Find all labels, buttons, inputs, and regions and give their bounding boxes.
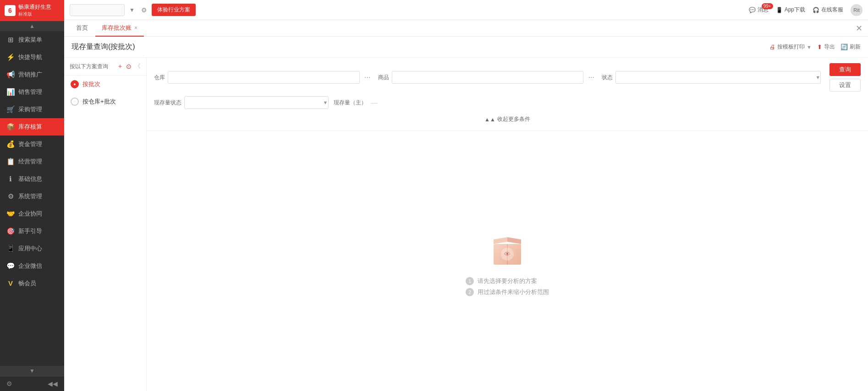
print-icon: 🖨: [769, 43, 775, 50]
sidebar-header: 6 畅康通好生意 标准版: [0, 0, 64, 21]
message-icon: 💬: [749, 7, 756, 13]
refresh-icon: 🔄: [841, 43, 848, 50]
main-content: ▼ ⚙ 体验行业方案 💬 消息 99+ 📱 App下载 🎧 在线客服 Rit: [64, 0, 868, 391]
query-button[interactable]: 查询: [830, 63, 861, 76]
sidebar-item-operations[interactable]: 📋 经营管理: [0, 153, 64, 170]
sidebar-item-appcenter[interactable]: 📱 应用中心: [0, 240, 64, 257]
experience-btn[interactable]: 体验行业方案: [152, 4, 196, 16]
sidebar-item-wechat[interactable]: 💬 企业微信: [0, 257, 64, 275]
wechat-icon: 💬: [6, 262, 15, 270]
empty-illustration: 👁: [484, 226, 530, 272]
avatar: Rit: [851, 4, 863, 16]
topbar-search-input[interactable]: [70, 4, 125, 16]
sidebar-item-marketing[interactable]: 📢 营销推广: [0, 66, 64, 83]
product-input[interactable]: [392, 71, 584, 84]
export-btn[interactable]: ⬆ 导出: [817, 43, 835, 51]
left-panel-actions: ＋ ⊙ 《: [117, 62, 141, 71]
settings-button[interactable]: 设置: [830, 79, 861, 92]
product-more-btn[interactable]: ···: [586, 72, 596, 82]
sidebar-item-search[interactable]: ⊞ 搜索菜单: [0, 31, 64, 49]
content-area: 按以下方案查询 ＋ ⊙ 《 ● 按批次 ○ 按仓库+批次: [64, 58, 868, 391]
plan-settings-icon[interactable]: ⊙: [126, 63, 132, 70]
tab-bar-close-btn[interactable]: ✕: [856, 23, 863, 33]
sidebar-scroll-down[interactable]: ▼: [0, 366, 64, 376]
topbar-gear-icon[interactable]: ⚙: [141, 6, 147, 14]
inventory-icon: 📦: [6, 123, 15, 131]
member-icon: V: [6, 279, 15, 287]
stock-status-select[interactable]: [184, 96, 329, 109]
settings-footer-icon[interactable]: ⚙: [6, 380, 12, 387]
right-panel: 仓库 ··· 商品 ··· 状态 ▼: [147, 58, 868, 391]
tab-home[interactable]: 首页: [70, 20, 94, 37]
page-title: 现存量查询(按批次): [71, 42, 135, 52]
collapse-panel-icon[interactable]: 《: [134, 62, 141, 71]
finance-icon: 💰: [6, 140, 15, 148]
sidebar: 6 畅康通好生意 标准版 ▲ ⊞ 搜索菜单 ⚡ 快捷导航 📢 营销推广 📊 销售…: [0, 0, 64, 391]
left-panel-header: 按以下方案查询 ＋ ⊙ 《: [64, 58, 146, 76]
empty-tip-1: 1 请先选择要分析的方案: [466, 277, 549, 285]
tip-num-2: 2: [466, 288, 474, 296]
sidebar-scroll-up[interactable]: ▲: [0, 21, 64, 31]
sidebar-item-purchase[interactable]: 🛒 采购管理: [0, 101, 64, 118]
warehouse-label: 仓库: [154, 74, 165, 81]
filter-divider: —: [369, 99, 379, 106]
print-chevron-icon[interactable]: ▼: [807, 44, 812, 50]
topbar: ▼ ⚙ 体验行业方案 💬 消息 99+ 📱 App下载 🎧 在线客服 Rit: [64, 0, 868, 20]
batch-item-icon: ●: [71, 80, 79, 88]
stock-qty-label: 现存量（主）: [334, 99, 367, 107]
marketing-icon: 📢: [6, 71, 15, 79]
topbar-chevron-icon[interactable]: ▼: [129, 7, 135, 13]
user-avatar-btn[interactable]: Rit: [851, 4, 863, 16]
export-icon: ⬆: [817, 43, 822, 50]
sidebar-item-guide[interactable]: 🎯 新手引导: [0, 223, 64, 240]
sidebar-item-quicknav[interactable]: ⚡ 快捷导航: [0, 49, 64, 66]
messages-badge: 99+: [762, 3, 773, 9]
enterprise-icon: 🤝: [6, 210, 15, 218]
sidebar-item-finance[interactable]: 💰 资金管理: [0, 136, 64, 153]
sidebar-item-sales[interactable]: 📊 销售管理: [0, 83, 64, 101]
refresh-btn[interactable]: 🔄 刷新: [841, 43, 861, 51]
search-menu-icon: ⊞: [6, 36, 15, 44]
filter-group-stock-qty: 现存量（主） —: [334, 99, 508, 107]
service-icon: 🎧: [813, 7, 819, 13]
filter-group-status: 状态 ▼: [602, 71, 820, 84]
sidebar-footer: ⚙ ◀◀: [0, 376, 64, 391]
app-download-btn[interactable]: 📱 App下载: [776, 6, 805, 14]
print-btn[interactable]: 🖨 按模板打印 ▼: [769, 43, 812, 51]
sidebar-item-member[interactable]: V 畅会员: [0, 275, 64, 292]
filter-group-warehouse: 仓库 ···: [154, 71, 373, 84]
appcenter-icon: 📱: [6, 244, 15, 253]
filter-row-1: 仓库 ··· 商品 ··· 状态 ▼: [154, 63, 861, 92]
filter-group-product: 商品 ···: [378, 71, 597, 84]
sidebar-item-inventory[interactable]: 📦 库存核算: [0, 118, 64, 136]
tab-inventory-batch[interactable]: 库存批次账 ×: [95, 20, 144, 37]
page-header-actions: 🖨 按模板打印 ▼ ⬆ 导出 🔄 刷新: [769, 43, 861, 51]
warehouse-more-btn[interactable]: ···: [363, 72, 373, 82]
sidebar-item-basic-info[interactable]: ℹ 基础信息: [0, 170, 64, 188]
online-service-btn[interactable]: 🎧 在线客服: [813, 6, 843, 14]
tab-close-icon[interactable]: ×: [134, 25, 137, 31]
collapse-sidebar-icon[interactable]: ◀◀: [48, 380, 58, 387]
app-logo: 6: [5, 5, 16, 16]
warehouse-input[interactable]: [168, 71, 360, 84]
left-panel-item-batch[interactable]: ● 按批次: [64, 76, 146, 93]
operations-icon: 📋: [6, 157, 15, 166]
product-label: 商品: [378, 74, 389, 81]
stock-status-label: 现存量状态: [154, 99, 181, 107]
svg-marker-2: [507, 237, 521, 244]
topbar-right: 💬 消息 99+ 📱 App下载 🎧 在线客服 Rit: [749, 4, 863, 16]
sidebar-item-system[interactable]: ⚙ 系统管理: [0, 188, 64, 205]
add-plan-icon[interactable]: ＋: [117, 62, 123, 71]
left-panel-item-warehouse-batch[interactable]: ○ 按仓库+批次: [64, 93, 146, 110]
status-select[interactable]: [615, 71, 821, 84]
guide-icon: 🎯: [6, 227, 15, 235]
status-label: 状态: [602, 74, 613, 81]
empty-state: 👁 1 请先选择要分析的方案 2 用过滤条件来缩小分析范围: [147, 131, 868, 391]
sidebar-item-enterprise[interactable]: 🤝 企业协同: [0, 205, 64, 223]
query-btn-group: 查询 设置: [830, 63, 861, 92]
collapse-more-btn[interactable]: ▲▲ 收起更多条件: [154, 114, 861, 125]
sales-icon: 📊: [6, 88, 15, 96]
left-panel: 按以下方案查询 ＋ ⊙ 《 ● 按批次 ○ 按仓库+批次: [64, 58, 147, 391]
messages-btn[interactable]: 💬 消息 99+: [749, 6, 769, 14]
filter-row-2: 现存量状态 ▼ 现存量（主） —: [154, 96, 861, 109]
